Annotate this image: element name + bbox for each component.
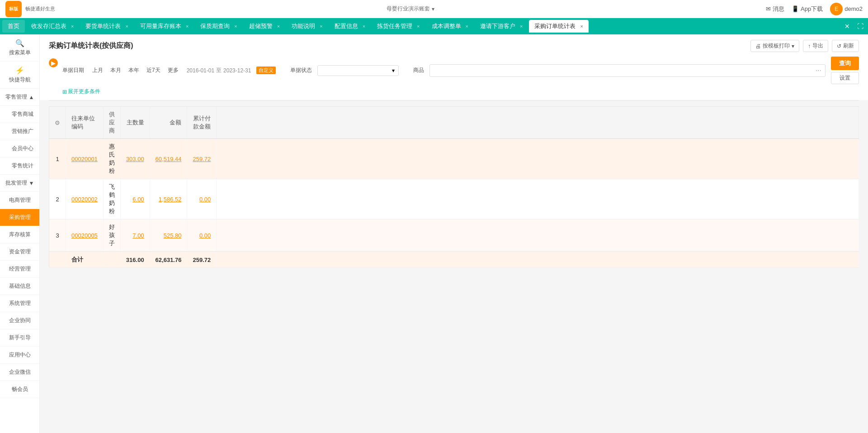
search-icon: 🔍 <box>15 39 24 48</box>
shortcut-thisyear[interactable]: 本年 <box>126 66 142 75</box>
tab-baozhiqi-close[interactable]: × <box>234 24 237 29</box>
tab-yaoqing-close[interactable]: × <box>520 24 523 29</box>
tab-peizhi[interactable]: 配置信息 × <box>329 20 371 33</box>
user-menu[interactable]: E demo2 <box>830 3 863 15</box>
goods-dots[interactable]: ··· <box>816 67 821 75</box>
tab-jianhuo-close[interactable]: × <box>417 24 420 29</box>
sidebar-item-ecommerce[interactable]: 电商管理 <box>0 192 39 209</box>
tab-chengben[interactable]: 成本调整单 × <box>426 20 474 33</box>
nav-tabs: 首页 收发存汇总表 × 要货单统计表 × 可用量库存账本 × 保质期查询 × 超… <box>0 18 868 34</box>
tab-caigou-active[interactable]: 采购订单统计表 × <box>529 20 588 33</box>
nav-close-btn[interactable]: ✕ <box>842 22 853 31</box>
sidebar-item-marketing[interactable]: 营销推广 <box>0 123 39 140</box>
message-icon: ✉ <box>766 5 771 12</box>
tab-yaohuo[interactable]: 要货单统计表 × <box>80 20 133 33</box>
sidebar-item-nav[interactable]: ⚡ 快捷导航 <box>0 62 39 89</box>
qty-link[interactable]: 7.00 <box>132 232 144 239</box>
footer-empty1 <box>49 252 66 268</box>
sidebar-item-basicinfo[interactable]: 基础信息 <box>0 278 39 295</box>
code-link[interactable]: 00020002 <box>71 196 98 203</box>
tab-yaoqing[interactable]: 邀请下游客户 × <box>475 20 528 33</box>
workspace-selector[interactable]: 母婴行业演示账套 ▾ <box>387 5 434 13</box>
sidebar-item-operations[interactable]: 经营管理 <box>0 261 39 278</box>
sidebar-item-enterprise[interactable]: 企业协同 <box>0 312 39 329</box>
amt-link[interactable]: 1,586.52 <box>159 196 182 203</box>
sidebar-item-retail[interactable]: 零售管理 ▲ <box>0 89 39 106</box>
tab-baozhiqi[interactable]: 保质期查询 × <box>195 20 242 33</box>
sidebar-item-purchase[interactable]: 采购管理 <box>0 209 39 226</box>
export-label: 导出 <box>812 42 823 50</box>
code-link[interactable]: 00020005 <box>71 232 98 239</box>
tab-yaohuo-close[interactable]: × <box>125 24 128 29</box>
date-shortcuts: 上月 本月 本年 近7天 更多 <box>90 66 181 75</box>
table-area: ⚙ 往来单位编码 供应商 主数量 金额 累计付款金额 1 00020001 惠氏… <box>40 101 868 433</box>
sidebar-item-inventory[interactable]: 库存核算 <box>0 226 39 243</box>
tab-shoufacun[interactable]: 收发存汇总表 × <box>26 20 79 33</box>
tab-gongneng-close[interactable]: × <box>320 24 322 29</box>
status-select[interactable]: ▾ <box>317 65 399 76</box>
app-download-btn[interactable]: 📱 App下载 <box>792 5 823 13</box>
tab-peizhi-close[interactable]: × <box>363 24 365 29</box>
tab-caigou-close[interactable]: × <box>580 24 583 29</box>
qty-link[interactable]: 303.00 <box>126 156 144 162</box>
nav-expand-btn[interactable]: ⛶ <box>854 22 866 31</box>
system-label: 系统管理 <box>9 300 31 307</box>
shortcut-thismonth[interactable]: 本月 <box>108 66 124 75</box>
tab-chaochuyujing[interactable]: 超储预警 × <box>244 20 285 33</box>
tab-shoufacun-close[interactable]: × <box>71 24 74 29</box>
tab-kuyong-close[interactable]: × <box>186 24 189 29</box>
message-btn[interactable]: ✉ 消息 <box>766 5 784 13</box>
footer-extra <box>217 252 859 268</box>
sidebar-item-wechat[interactable]: 企业微信 <box>0 364 39 381</box>
table-settings-icon[interactable]: ⚙ <box>55 119 60 126</box>
paid-link[interactable]: 0.00 <box>199 232 211 239</box>
query-btn[interactable]: 查询 <box>831 57 859 70</box>
shortcut-7days[interactable]: 近7天 <box>144 66 163 75</box>
status-arrow: ▾ <box>392 67 395 74</box>
template-print-btn[interactable]: 🖨 按模板打印 ▾ <box>750 40 799 52</box>
tab-kuyong[interactable]: 可用量库存账本 × <box>135 20 194 33</box>
paid-link[interactable]: 259.72 <box>193 156 211 162</box>
tab-jianhuo[interactable]: 拣货任务管理 × <box>372 20 425 33</box>
sidebar-item-wholesale[interactable]: 批发管理 ▼ <box>0 175 39 192</box>
paid-link[interactable]: 0.00 <box>199 196 211 203</box>
refresh-btn[interactable]: ↺ 刷新 <box>832 40 859 52</box>
sidebar-item-newbie[interactable]: 新手引导 <box>0 329 39 347</box>
page-title: 采购订单统计表(按供应商) <box>49 41 133 51</box>
sidebar-item-system[interactable]: 系统管理 <box>0 295 39 312</box>
tab-chengben-close[interactable]: × <box>466 24 468 29</box>
tab-kuyong-label: 可用量库存账本 <box>140 22 181 30</box>
sidebar-item-membership[interactable]: 畅会员 <box>0 381 39 398</box>
app-download-label: App下载 <box>801 5 823 13</box>
shortcut-more[interactable]: 更多 <box>165 66 181 75</box>
sidebar-item-retailstat[interactable]: 零售统计 <box>0 157 39 175</box>
amt-link[interactable]: 525.80 <box>164 232 182 239</box>
content-area: 采购订单统计表(按供应商) 🖨 按模板打印 ▾ ↑ 导出 ↺ 刷新 <box>40 34 868 433</box>
finance-label: 资金管理 <box>9 248 31 256</box>
row-quantity: 6.00 <box>120 179 150 219</box>
goods-input[interactable]: ··· <box>429 64 826 77</box>
export-btn[interactable]: ↑ 导出 <box>803 40 828 52</box>
settings-btn[interactable]: 设置 <box>831 72 859 84</box>
sidebar-item-search[interactable]: 🔍 搜索菜单 <box>0 34 39 62</box>
retail-arrow: ▲ <box>29 94 34 100</box>
sidebar-item-member[interactable]: 会员中心 <box>0 140 39 157</box>
tab-chaochuyujing-close[interactable]: × <box>277 24 280 29</box>
table-footer: 合计 316.00 62,631.76 259.72 <box>49 252 859 268</box>
sidebar-item-retailshop[interactable]: 零售商城 <box>0 106 39 123</box>
row-code: 00020005 <box>66 219 104 252</box>
collapse-btn[interactable]: ▶ <box>49 58 58 67</box>
th-quantity: 主数量 <box>120 107 150 139</box>
expand-conditions-btn[interactable]: ⊞ 展开更多条件 <box>62 88 859 95</box>
tab-home[interactable]: 首页 <box>2 20 25 33</box>
qty-link[interactable]: 6.00 <box>132 196 144 203</box>
row-extra <box>217 139 859 179</box>
tab-gongneng[interactable]: 功能说明 × <box>286 20 328 33</box>
shortcut-lastmonth[interactable]: 上月 <box>90 66 106 75</box>
th-settings[interactable]: ⚙ <box>49 107 66 139</box>
membership-label: 畅会员 <box>12 385 28 393</box>
sidebar-item-appcenter[interactable]: 应用中心 <box>0 347 39 364</box>
sidebar-item-finance[interactable]: 资金管理 <box>0 243 39 261</box>
amt-link[interactable]: 60,519.44 <box>156 156 182 162</box>
code-link[interactable]: 00020001 <box>71 156 98 162</box>
